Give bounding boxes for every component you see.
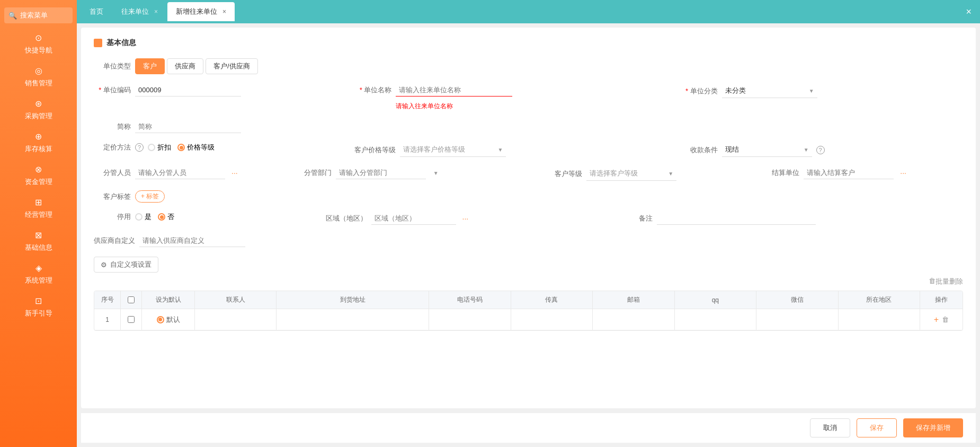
unit-code-input[interactable] [135,84,241,97]
sidebar-label-basic: 基础信息 [25,243,52,252]
department-select-arrow[interactable]: ▼ [430,168,442,178]
sidebar-item-purchase[interactable]: ⊛ 采购管理 [0,92,77,125]
section-header: 基本信息 [94,38,963,48]
cell-email-1[interactable] [593,309,674,330]
department-input[interactable] [336,166,426,179]
cell-phone-1[interactable] [429,309,511,330]
type-btn-customer[interactable]: 客户 [135,58,165,74]
cell-action-1: + 🗑 [920,309,963,330]
col-header-fax: 传真 [511,291,593,309]
region-group: 区域（地区） ··· [326,212,616,225]
form-content: 基本信息 单位类型 客户 供应商 客户/供应商 单位编码 单位名称 [81,28,976,408]
address-input-1[interactable] [282,313,423,326]
pricing-radio-group: 折扣 价格等级 [148,143,215,152]
quick-nav-icon: ⊙ [33,32,44,43]
disabled-yes-label: 是 [145,212,152,222]
contact-input-1[interactable] [193,313,278,326]
sidebar-label-guide: 新手引导 [25,309,52,318]
cell-default-1[interactable]: 默认 [142,309,195,330]
guide-icon: ⊡ [33,295,44,306]
sidebar-item-finance[interactable]: ⊗ 资金管理 [0,158,77,191]
customer-price-select[interactable]: 请选择客户价格等级 ▼ [400,143,506,157]
tab-new-partner-close[interactable]: × [222,8,226,15]
sidebar-item-basic[interactable]: ⊠ 基础信息 [0,224,77,257]
tab-home[interactable]: 首页 [81,2,112,21]
customer-level-select[interactable]: 请选择客户等级 ▼ [586,166,676,181]
search-menu[interactable]: 🔍 搜索菜单 [4,7,73,23]
supplier-custom-input[interactable] [139,234,245,247]
remark-input[interactable] [657,212,816,225]
sidebar-item-quick-nav[interactable]: ⊙ 快捷导航 [0,27,77,59]
fax-input-1[interactable] [509,313,594,326]
delete-row-btn[interactable]: 🗑 [942,315,949,323]
region-input[interactable] [371,212,456,225]
manager-more-btn[interactable]: ··· [229,169,240,177]
pricing-radio-level[interactable]: 价格等级 [177,143,215,152]
region-more-btn[interactable]: ··· [460,214,471,223]
search-icon: 🔍 [8,12,17,20]
phone-input-1[interactable] [427,313,512,326]
save-button[interactable]: 保存 [857,418,897,437]
tab-partners[interactable]: 往来单位 × [113,2,166,21]
cell-qq-1[interactable] [675,309,756,330]
cell-contact-1[interactable] [195,309,277,330]
customer-price-label: 客户价格等级 [354,145,396,155]
sidebar-label-system: 系统管理 [25,276,52,285]
cell-check-1[interactable] [121,309,142,330]
unit-category-chevron: ▼ [809,88,814,94]
payment-terms-select[interactable]: 现结 ▼ [722,143,812,157]
cell-fax-1[interactable] [511,309,593,330]
add-tag-button[interactable]: + 标签 [135,190,165,203]
payment-help-icon[interactable]: ? [816,146,825,154]
sidebar-item-sales[interactable]: ◎ 销售管理 [0,59,77,92]
pricing-help-icon[interactable]: ? [135,143,144,152]
save-and-add-button[interactable]: 保存并新增 [903,418,963,437]
manager-input[interactable] [135,166,225,179]
unit-code-group: 单位编码 [94,84,354,97]
tab-partners-close[interactable]: × [154,8,158,15]
sidebar-label-finance: 资金管理 [25,177,52,187]
row-checkbox-1[interactable] [128,316,135,323]
settlement-more-btn[interactable]: ··· [898,169,908,177]
cancel-button[interactable]: 取消 [810,418,850,437]
sidebar-item-operation[interactable]: ⊞ 经营管理 [0,191,77,224]
unit-type-row: 单位类型 客户 供应商 客户/供应商 [94,58,963,74]
disabled-radio-no[interactable]: 否 [158,212,174,222]
unit-category-select[interactable]: 未分类 ▼ [722,84,817,98]
cell-wechat-1[interactable] [756,309,838,330]
disabled-radio-yes[interactable]: 是 [135,212,152,222]
add-row-btn[interactable]: + [934,315,939,325]
sidebar-item-guide[interactable]: ⊡ 新手引导 [0,290,77,322]
payment-terms-label: 收款条件 [681,145,718,155]
unit-name-input[interactable] [396,84,512,97]
type-btn-both[interactable]: 客户/供应商 [206,58,258,74]
default-radio-1[interactable]: 默认 [157,315,180,325]
col-header-check [121,291,142,309]
email-input-1[interactable] [591,313,676,326]
disabled-group: 停用 是 否 [94,212,326,222]
pricing-radio-discount[interactable]: 折扣 [148,143,171,152]
select-all-checkbox[interactable] [128,296,135,303]
sidebar-item-inventory[interactable]: ⊕ 库存核算 [0,125,77,158]
inventory-icon: ⊕ [33,130,44,142]
cell-region-1[interactable] [839,309,920,330]
unit-code-label: 单位编码 [94,85,131,95]
section-icon [94,39,102,47]
custom-settings-button[interactable]: ⚙ 自定义项设置 [94,257,158,273]
main-area: 首页 往来单位 × 新增往来单位 × × 基本信息 单位类型 客户 供应商 客户… [77,0,980,447]
sales-icon: ◎ [33,65,44,76]
wechat-input-1[interactable] [755,313,840,326]
sidebar-item-system[interactable]: ◈ 系统管理 [0,257,77,290]
qq-input-1[interactable] [673,313,758,326]
radio-no-circle [158,213,165,221]
type-btn-supplier[interactable]: 供应商 [167,58,203,74]
batch-delete-btn[interactable]: 🗑 批量删除 [94,277,963,286]
settlement-input[interactable] [804,166,894,179]
window-close-button[interactable]: × [961,4,976,20]
region-input-1[interactable] [836,313,921,326]
cell-address-1[interactable] [277,309,429,330]
tab-new-partner[interactable]: 新增往来单位 × [167,2,235,21]
region-label: 区域（地区） [326,214,367,223]
short-name-input[interactable] [135,120,241,133]
purchase-icon: ⊛ [33,98,44,109]
